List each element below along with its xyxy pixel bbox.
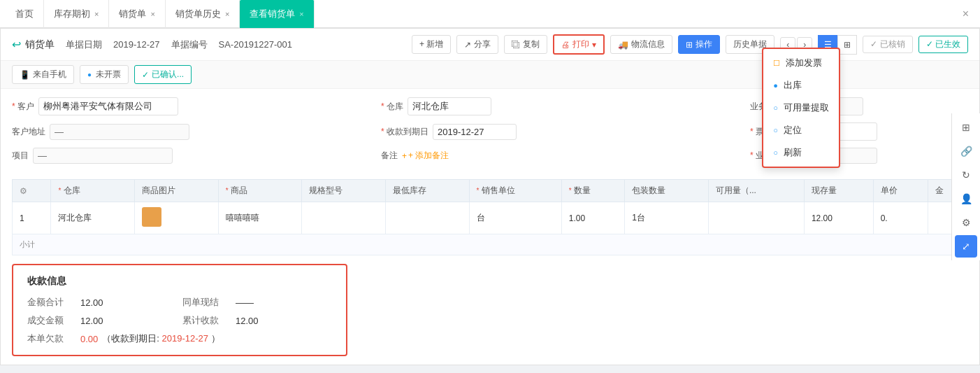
payment-total-label: 金额合计 [27, 296, 76, 309]
cumulative-value: 12.00 [236, 316, 259, 326]
payment-grid: 金额合计 12.00 同单现结 —— 成交金额 12.00 累计收款 12.00… [27, 296, 332, 345]
from-phone-button[interactable]: 📱 来自手机 [12, 65, 74, 84]
tab-close-inventory[interactable]: × [94, 10, 99, 18]
copy-button[interactable]: ⿻ 复制 [504, 35, 547, 54]
main-content: ↩ 销货单 单据日期 2019-12-27 单据编号 SA-20191227-0… [0, 28, 980, 365]
project-field-group: 项目 — [12, 148, 375, 164]
product-table: ⚙ * 仓库 商品图片 * 商品 规格型号 最低库存 * 销售单位 * 数量 包… [12, 179, 968, 255]
payment-total-value: 12.00 [80, 297, 103, 308]
due-note: （收款到期日: 2019-12-27 ） [102, 332, 219, 345]
out-stock-item[interactable]: ● 出库 [763, 74, 839, 97]
invoice-icon: ☐ [773, 59, 780, 68]
same-order-label: 同单现结 [182, 296, 231, 309]
due-date-field-group: * 收款到期日 2019-12-27 [381, 124, 744, 140]
refresh-icon: ○ [773, 148, 778, 157]
refresh-item[interactable]: ○ 刷新 [763, 141, 839, 164]
sidebar-link-icon[interactable]: 🔗 [955, 140, 977, 162]
row-min-stock [385, 202, 469, 234]
row-current-qty: 12.00 [804, 202, 873, 234]
th-qty: * 数量 [561, 180, 625, 202]
add-invoice-item[interactable]: ☐ 添加发票 [763, 52, 839, 74]
locate-item[interactable]: ○ 定位 [763, 119, 839, 141]
share-icon: ↗ [464, 40, 471, 50]
tab-close-history[interactable]: × [225, 10, 229, 18]
doc-number-label: 单据编号 [171, 38, 208, 51]
sidebar-refresh-icon[interactable]: ↻ [955, 164, 977, 186]
subtotal-row: 小计 [13, 234, 968, 255]
row-unit: 台 [469, 202, 561, 234]
th-pack-qty: 包装数量 [625, 180, 709, 202]
customer-label: * 客户 [12, 101, 34, 113]
sidebar-expand-icon[interactable]: ⊞ [955, 116, 977, 139]
grid-icon: ⊞ [686, 40, 693, 50]
print-button[interactable]: 🖨 打印 ▾ [553, 34, 605, 55]
print-dropdown-icon: ▾ [592, 40, 596, 50]
tab-sales-history[interactable]: 销货单历史 × [166, 0, 240, 28]
avail-qty-item[interactable]: ○ 可用量提取 [763, 97, 839, 119]
table-container: ⚙ * 仓库 商品图片 * 商品 规格型号 最低库存 * 销售单位 * 数量 包… [12, 179, 968, 255]
th-min-stock: 最低库存 [385, 180, 469, 202]
project-label: 项目 [12, 150, 29, 162]
doc-date-value: 2019-12-27 [113, 39, 160, 50]
plus-icon: + [402, 151, 407, 161]
th-image: 商品图片 [135, 180, 219, 202]
doc-meta: 单据日期 2019-12-27 单据编号 SA-20191227-001 [66, 38, 292, 51]
sidebar-user-icon[interactable]: 👤 [955, 188, 977, 210]
product-image [142, 207, 161, 227]
tab-sales-order[interactable]: 销货单 × [109, 0, 165, 28]
payment-title: 收款信息 [27, 275, 332, 288]
address-field-group: 客户地址 — [12, 124, 375, 140]
confirm-button[interactable]: ✓ 已确认... [134, 65, 192, 84]
warehouse-field-group: * 仓库 河北仓库 [381, 97, 744, 115]
cumulative-label: 累计收款 [182, 314, 231, 327]
grid-view-button[interactable]: ⊞ [837, 35, 857, 55]
table-header-row: ⚙ * 仓库 商品图片 * 商品 规格型号 最低库存 * 销售单位 * 数量 包… [13, 180, 968, 202]
th-unit: * 销售单位 [469, 180, 561, 202]
tab-view-sales[interactable]: 查看销货单 × [240, 0, 314, 28]
sidebar-settings-icon[interactable]: ⚙ [955, 211, 977, 234]
customer-value[interactable]: 柳州粤港平安气体有限公司 [38, 97, 178, 115]
row-product: 嘻嘻嘻嘻 [218, 202, 302, 234]
th-avail-qty: 可用量（... [708, 180, 804, 202]
sidebar-fullscreen-icon[interactable]: ⤢ [955, 235, 977, 258]
address-value: — [50, 124, 189, 140]
customer-field-group: * 客户 柳州粤港平安气体有限公司 [12, 97, 375, 115]
same-order-value: —— [236, 297, 254, 308]
due-date-value[interactable]: 2019-12-27 [433, 124, 517, 140]
warehouse-value[interactable]: 河北仓库 [408, 97, 491, 115]
table-row: 1 河北仓库 嘻嘻嘻嘻 台 1.00 1台 12.00 0. [13, 202, 968, 234]
settings-col-icon: ⚙ [20, 186, 27, 196]
share-button[interactable]: ↗ 分享 [456, 35, 498, 54]
tab-inventory-init[interactable]: 库存期初 × [44, 0, 109, 28]
th-current-qty: 现存量 [804, 180, 873, 202]
project-value: — [33, 148, 173, 164]
cancelled-badge: ✓ 已核销 [863, 36, 912, 53]
new-button[interactable]: + 新增 [412, 35, 451, 54]
phone-icon: 📱 [20, 70, 30, 80]
row-avail-qty [708, 202, 804, 234]
logistics-button[interactable]: 🚚 物流信息 [610, 35, 672, 54]
payment-same-order-row: 同单现结 —— [182, 296, 332, 309]
note-label: 备注 [381, 150, 398, 162]
subtotal-cell: 小计 [13, 234, 968, 255]
th-spec: 规格型号 [302, 180, 386, 202]
not-open-button[interactable]: 未开票 [80, 65, 129, 84]
payment-info-box: 收款信息 金额合计 12.00 同单现结 —— 成交金额 12.00 累计收款 … [12, 264, 347, 356]
tab-home[interactable]: 首页 [6, 0, 44, 28]
tab-close-sales[interactable]: × [150, 10, 154, 18]
tab-close-view[interactable]: × [299, 10, 303, 18]
doc-number-value: SA-20191227-001 [219, 39, 293, 50]
add-note-button[interactable]: + + 添加备注 [402, 150, 449, 162]
right-sidebar: ⊞ 🔗 ↻ 👤 ⚙ ⤢ [951, 113, 980, 260]
payment-cumulative-row: 累计收款 12.00 [182, 314, 332, 327]
row-qty: 1.00 [561, 202, 625, 234]
row-warehouse: 河北仓库 [51, 202, 135, 234]
check-icon: ✓ [142, 70, 149, 80]
locate-icon: ○ [773, 126, 778, 134]
row-unit-price: 0. [873, 202, 928, 234]
row-pack-qty: 1台 [625, 202, 709, 234]
payment-due-row: 本单欠款 0.00 （收款到期日: 2019-12-27 ） [27, 332, 332, 345]
close-all-button[interactable]: × [957, 8, 974, 20]
tab-bar: 首页 库存期初 × 销货单 × 销货单历史 × 查看销货单 × × [0, 0, 980, 28]
operations-button[interactable]: ⊞ 操作 [678, 35, 720, 54]
